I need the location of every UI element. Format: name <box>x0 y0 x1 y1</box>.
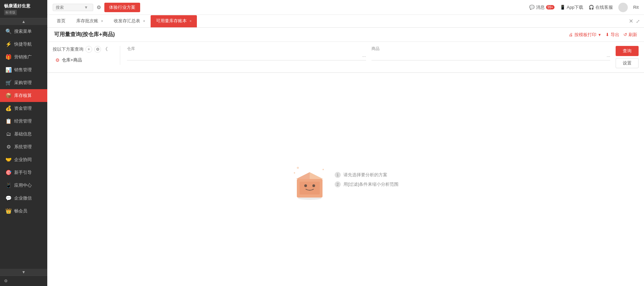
enterprise-icon: 🤝 <box>5 157 11 163</box>
tab-label-available-ledger: 可用量库存账本 <box>156 18 187 24</box>
sidebar-item-operation[interactable]: 📋经营管理 <box>0 115 47 128</box>
topbar-search[interactable]: ▼ <box>53 4 93 11</box>
tab-close-stock-summary[interactable]: × <box>143 19 145 23</box>
tab-bar-close-btn[interactable]: ✕ <box>629 18 633 24</box>
marketing-icon: 🎁 <box>5 54 11 60</box>
sidebar-item-quick-nav[interactable]: ⚡快捷导航 <box>0 38 47 51</box>
filter-warehouse: 仓库 ··· <box>127 46 366 60</box>
sidebar-scroll-down[interactable]: ▼ <box>0 269 47 276</box>
tab-close-batch-ledger[interactable]: × <box>101 19 103 23</box>
message-icon: 💬 <box>529 5 535 10</box>
settings-icon: ⚙ <box>4 279 8 283</box>
member-icon: 👑 <box>5 208 11 214</box>
tab-batch-ledger[interactable]: 库存批次账× <box>71 15 108 27</box>
step-2-circle: 2 <box>335 181 341 187</box>
tab-available-ledger[interactable]: 可用量库存账本× <box>151 15 197 27</box>
sidebar-menu: 🔍搜索菜单⚡快捷导航🎁营销推广📊销售管理🛒采购管理📦库存核算💰资金管理📋经营管理… <box>0 25 47 269</box>
warehouse-input[interactable] <box>127 54 361 59</box>
tab-bar-expand-btn[interactable]: ⤢ <box>636 19 640 24</box>
app-center-icon: 📱 <box>5 182 11 188</box>
sidebar-item-marketing[interactable]: 🎁营销推广 <box>0 51 47 63</box>
gear-icon[interactable]: ⚙ <box>97 4 101 10</box>
svg-marker-4 <box>296 172 310 179</box>
chevron-down-icon: ▼ <box>598 33 601 37</box>
tab-close-available-ledger[interactable]: × <box>189 19 191 23</box>
main-content: ▼ ⚙ 体验行业方案 💬 消息 99+ 📱 App下载 🎧 在线客服 Rit 首… <box>47 0 644 286</box>
scheme-icon: ⚙ <box>55 57 60 63</box>
search-input[interactable] <box>56 5 83 10</box>
sidebar-item-app-center[interactable]: 📱应用中心 <box>0 179 47 192</box>
query-panel: 按以下方案查询 + ⚙ 《 ⚙ 仓库+商品 仓库 ·· <box>47 42 644 73</box>
sidebar-item-member[interactable]: 👑畅会员 <box>0 205 47 217</box>
empty-hint-2: 2 用[过滤]条件来缩小分析范围 <box>335 181 398 187</box>
online-service-btn[interactable]: 🎧 在线客服 <box>589 4 613 10</box>
sidebar-item-label: 采购管理 <box>14 80 32 86</box>
scheme-item-label: 仓库+商品 <box>62 57 82 63</box>
username[interactable]: Rit <box>633 5 639 10</box>
query-btn[interactable]: 查询 <box>616 46 639 56</box>
sidebar-scroll-up[interactable]: ▲ <box>0 18 47 25</box>
goods-input[interactable] <box>371 54 606 59</box>
sidebar-item-finance[interactable]: 💰资金管理 <box>0 102 47 115</box>
sidebar-item-search[interactable]: 🔍搜索菜单 <box>0 25 47 38</box>
message-badge: 99+ <box>546 5 555 9</box>
app-download-label: App下载 <box>567 4 583 10</box>
chevron-down-icon[interactable]: ▼ <box>84 5 88 10</box>
app-download-btn[interactable]: 📱 App下载 <box>560 4 583 10</box>
svg-point-8 <box>297 167 299 169</box>
scheme-add-btn[interactable]: + <box>85 46 92 53</box>
print-label: 按模板打印 <box>574 32 596 38</box>
scheme-item-warehouse-goods[interactable]: ⚙ 仓库+商品 <box>53 55 116 65</box>
sidebar: 畅康通好生意 标准版 ▲ 🔍搜索菜单⚡快捷导航🎁营销推广📊销售管理🛒采购管理📦库… <box>0 0 47 286</box>
scheme-title: 按以下方案查询 <box>53 46 83 52</box>
sidebar-item-label: 应用中心 <box>14 182 32 188</box>
export-label: 导出 <box>611 32 619 38</box>
trial-btn[interactable]: 体验行业方案 <box>104 3 140 12</box>
sidebar-item-label: 企业微信 <box>14 195 32 201</box>
message-btn[interactable]: 💬 消息 99+ <box>529 4 555 10</box>
basic-icon: 🗂 <box>5 131 11 137</box>
scheme-section: 按以下方案查询 + ⚙ 《 ⚙ 仓库+商品 <box>53 46 120 65</box>
sidebar-item-sales[interactable]: 📊销售管理 <box>0 63 47 76</box>
tab-stock-summary[interactable]: 收发存汇总表× <box>108 15 150 27</box>
action-buttons: 查询 设置 <box>616 46 639 68</box>
tab-home[interactable]: 首页 <box>51 15 71 27</box>
svg-point-7 <box>294 172 295 174</box>
sidebar-item-inventory[interactable]: 📦库存核算 <box>0 89 47 102</box>
sidebar-item-label: 系统管理 <box>14 144 32 150</box>
tab-bar: 首页库存批次账×收发存汇总表×可用量库存账本× ✕ ⤢ <box>47 15 644 28</box>
hint-2-label: 用[过滤]条件来缩小分析范围 <box>343 181 398 187</box>
settings-btn[interactable]: 设置 <box>616 58 639 68</box>
sidebar-item-label: 快捷导航 <box>14 41 32 47</box>
warehouse-label: 仓库 <box>127 46 366 52</box>
print-btn[interactable]: 🖨 按模板打印 ▼ <box>569 32 601 38</box>
sidebar-item-label: 销售管理 <box>14 67 32 73</box>
export-btn[interactable]: ⬇ 导出 <box>606 32 619 38</box>
refresh-icon: ↺ <box>623 32 627 37</box>
svg-point-6 <box>312 184 315 187</box>
goods-input-wrapper: ··· <box>371 52 611 60</box>
sidebar-item-enterprise[interactable]: 🤝企业协同 <box>0 153 47 166</box>
page-header-actions: 🖨 按模板打印 ▼ ⬇ 导出 ↺ 刷新 <box>569 32 637 38</box>
sidebar-item-wechat[interactable]: 💬企业微信 <box>0 192 47 205</box>
scheme-collapse-btn[interactable]: 《 <box>103 46 108 52</box>
sidebar-item-basic[interactable]: 🗂基础信息 <box>0 128 47 140</box>
sidebar-item-purchase[interactable]: 🛒采购管理 <box>0 76 47 89</box>
filter-row: 仓库 ··· 商品 ··· <box>127 46 610 60</box>
guide-icon: 🎯 <box>5 170 11 176</box>
scheme-settings-btn[interactable]: ⚙ <box>94 46 101 53</box>
sidebar-item-label: 资金管理 <box>14 105 32 111</box>
empty-text: 1 请先选择要分析的方案 2 用[过滤]条件来缩小分析范围 <box>335 172 398 187</box>
sidebar-item-system[interactable]: ⚙系统管理 <box>0 140 47 153</box>
sidebar-item-guide[interactable]: 🎯新手引导 <box>0 166 47 179</box>
phone-icon: 📱 <box>560 5 565 10</box>
warehouse-more-btn[interactable]: ··· <box>362 54 366 59</box>
search-icon: 🔍 <box>5 28 11 34</box>
tab-label-home: 首页 <box>57 18 66 24</box>
sidebar-bottom: ⚙ <box>0 276 47 286</box>
system-icon: ⚙ <box>5 144 11 150</box>
refresh-btn[interactable]: ↺ 刷新 <box>623 32 637 38</box>
empty-state: 1 请先选择要分析的方案 2 用[过滤]条件来缩小分析范围 <box>47 73 644 286</box>
goods-more-btn[interactable]: ··· <box>607 54 610 59</box>
svg-rect-2 <box>300 182 320 194</box>
